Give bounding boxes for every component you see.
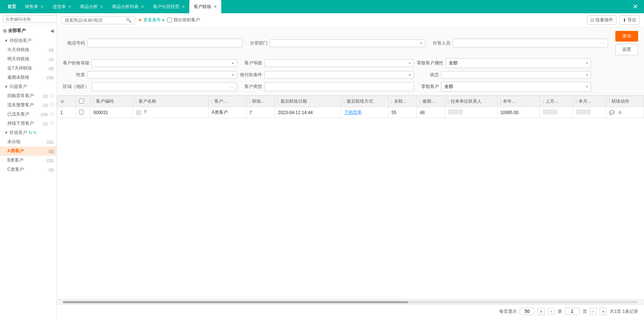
- col-type-label: 客户...: [214, 98, 227, 105]
- sidebar-item-c-class[interactable]: C类客户 (6): [0, 165, 57, 174]
- customer-level-select[interactable]: ▾: [264, 59, 414, 67]
- my-customers-checkbox[interactable]: [167, 18, 172, 22]
- table-body: 1 000031 ? A类客户 7 2023-04-12 14:44:: [57, 107, 644, 118]
- phone-input[interactable]: [87, 39, 243, 47]
- close-icon[interactable]: ✕: [214, 4, 217, 9]
- sidebar-item-lost[interactable]: 已流失客户 (24) ⓘ: [0, 110, 57, 119]
- chevron-down-icon: ▾: [586, 73, 588, 77]
- col-overdue-label: 逾期...: [422, 98, 435, 105]
- label: 流失预警客户: [7, 102, 34, 108]
- customer-type-input[interactable]: [264, 82, 414, 91]
- all-customers-label: 全部客户: [8, 28, 26, 34]
- action-settings-icon[interactable]: ⚙: [618, 110, 622, 115]
- nav-tab-sales[interactable]: 销售单 ✕: [21, 0, 48, 13]
- sidebar-item-7days[interactable]: 近7天待联络 (0): [0, 64, 57, 73]
- filter-search-input[interactable]: [65, 18, 126, 23]
- select-all-checkbox[interactable]: [79, 99, 84, 103]
- status-select[interactable]: ▾: [441, 71, 591, 79]
- settings-icon[interactable]: ⚙: [60, 99, 64, 104]
- more-filter-button[interactable]: ▼ 更多条件 ▾: [138, 17, 164, 23]
- all-customers-header[interactable]: ⊞ 全部客户 ◀: [0, 25, 57, 36]
- person-label: 分管人员: [428, 40, 450, 46]
- group-problem-label: 问题客户: [10, 84, 27, 90]
- person-select[interactable]: ···: [452, 39, 608, 47]
- col-contact: 联络...: [246, 96, 275, 107]
- close-icon[interactable]: ✕: [100, 4, 103, 9]
- nav-tab-home[interactable]: 首页: [3, 0, 21, 13]
- scrollbar-thumb[interactable]: [63, 301, 408, 303]
- more-filter-label: 更多条件: [143, 17, 161, 23]
- edit-icon[interactable]: ✎: [33, 130, 37, 135]
- scatter-attr-select[interactable]: 全部 ▾: [446, 58, 591, 68]
- my-customers-label: 我分管的客户: [173, 17, 200, 23]
- sidebar-item-loss-warning[interactable]: 流失预警客户 (3) ⓘ: [0, 100, 57, 110]
- status-label: 状态: [417, 72, 439, 78]
- export-label: 导出: [627, 17, 636, 23]
- settings-button[interactable]: 设置: [615, 44, 638, 55]
- nav-tab-customer-ops[interactable]: 客户分层经营 ✕: [149, 0, 189, 13]
- horizontal-scrollbar[interactable]: [57, 299, 644, 304]
- sidebar-item-today[interactable]: 今天待联络 (0): [0, 45, 57, 54]
- ellipsis-icon: ···: [601, 40, 605, 46]
- sidebar-item-overdue[interactable]: 逾期未联络 (30): [0, 73, 57, 82]
- sidebar-item-declining[interactable]: 持续下滑客户 (2) ⓘ: [0, 119, 57, 128]
- table-row: 1 000031 ? A类客户 7 2023-04-12 14:44:: [57, 107, 644, 118]
- action-chat-icon[interactable]: 💬: [609, 110, 615, 115]
- last-method-link[interactable]: 下销货单: [344, 110, 362, 115]
- close-icon[interactable]: ✕: [182, 4, 185, 9]
- close-all-icon[interactable]: ✕: [630, 3, 641, 11]
- next-page-button[interactable]: ›: [590, 308, 597, 315]
- nature-select[interactable]: ▾: [87, 71, 237, 79]
- sidebar-item-ungrouped[interactable]: 未分组 (32): [0, 137, 57, 146]
- info-icon: ⓘ: [50, 102, 54, 108]
- group-value-customers[interactable]: ▼ 价值客户 ↻ ✎: [0, 128, 57, 137]
- filter-search-box: 🔍: [61, 16, 135, 24]
- payment-select[interactable]: ▾: [264, 71, 414, 79]
- col-settings[interactable]: ⚙: [57, 96, 76, 107]
- nav-tab-customer-contact[interactable]: 客户联络 ✕: [189, 0, 221, 13]
- nav-tab-analysis[interactable]: 商品分析 ✕: [76, 0, 108, 13]
- group-problem-customers[interactable]: ▼ 问题客户: [0, 82, 57, 91]
- nav-tab-analysis-list[interactable]: 商品分析列表 ✕: [108, 0, 149, 13]
- col-sep: [448, 99, 448, 104]
- sidebar-item-tomorrow[interactable]: 明天待联络 (1): [0, 54, 57, 64]
- close-icon[interactable]: ✕: [68, 4, 71, 9]
- scatter-select[interactable]: 全部 ▾: [441, 82, 591, 92]
- per-page-input[interactable]: [520, 308, 534, 315]
- sidebar-search-input[interactable]: [3, 15, 57, 23]
- batch-op-button[interactable]: ☑ 批量操作: [587, 15, 616, 25]
- nav-tab-purchase[interactable]: 进货单 ✕: [48, 0, 76, 13]
- arrow-down-icon: ▼: [4, 85, 8, 89]
- first-page-button[interactable]: «: [537, 308, 545, 315]
- page-input[interactable]: [565, 308, 580, 315]
- info-icon: ⓘ: [50, 112, 54, 117]
- region-select[interactable]: ···: [92, 82, 237, 91]
- price-level-select[interactable]: ▾: [92, 59, 237, 67]
- sidebar-item-7days-count: (0): [49, 66, 54, 71]
- sidebar-item-tomorrow-label: 明天待联络: [7, 56, 29, 62]
- query-button[interactable]: 查询: [615, 31, 638, 42]
- group-pending-contact[interactable]: ▼ 待联络客户: [0, 36, 57, 45]
- chevron-down-icon: ▾: [409, 73, 411, 77]
- chevron-down-icon: ▾: [232, 73, 234, 77]
- dept-select[interactable]: ▾: [270, 39, 425, 47]
- close-icon[interactable]: ✕: [40, 4, 44, 9]
- close-icon[interactable]: ✕: [141, 4, 144, 9]
- my-customers-checkbox-label[interactable]: 我分管的客户: [167, 17, 200, 23]
- col-sep: [212, 99, 212, 104]
- col-sep: [250, 99, 250, 104]
- filter-field-customer-level: 客户等级 ▾: [240, 59, 414, 67]
- sidebar-item-b-class[interactable]: B类客户 (33): [0, 156, 57, 165]
- count: (6): [49, 167, 54, 172]
- sidebar-item-repurchase-abnormal[interactable]: 回购异常客户 (2) ⓘ: [0, 91, 57, 100]
- sidebar-item-a-class[interactable]: A类客户 (1): [0, 146, 57, 156]
- col-sep: [500, 99, 501, 104]
- filter-field-region: 区域（地区） ···: [63, 82, 237, 91]
- filter-search-icon[interactable]: 🔍: [126, 18, 132, 23]
- prev-page-button[interactable]: ‹: [548, 308, 555, 315]
- row-checkbox[interactable]: [79, 110, 84, 114]
- export-button[interactable]: ⬆ 导出: [619, 15, 640, 25]
- refresh-icon[interactable]: ↻: [29, 130, 32, 135]
- last-page-button[interactable]: »: [600, 308, 607, 315]
- collapse-icon[interactable]: ◀: [50, 28, 54, 33]
